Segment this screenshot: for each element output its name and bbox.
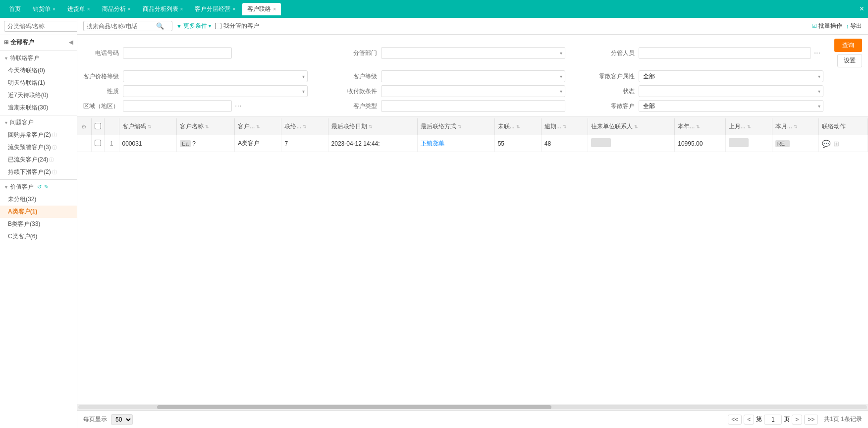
col-last-date[interactable]: 最后联络日期 ⇅ <box>328 118 417 135</box>
row-checkbox[interactable] <box>95 140 101 146</box>
sidebar-item-class-a[interactable]: A类客户(1) <box>0 206 77 218</box>
retail-customer-select[interactable]: 全部 <box>639 100 823 112</box>
col-no <box>104 118 119 135</box>
sidebar-item-class-b[interactable]: B类客户(33) <box>0 218 77 230</box>
qr-icon[interactable]: ⊞ <box>833 140 839 148</box>
sidebar-item-declining[interactable]: 持续下滑客户(2) ⓘ <box>0 166 77 178</box>
sidebar-item-7days[interactable]: 近7天待联络(0) <box>0 89 77 102</box>
col-unit-contact[interactable]: 往来单位联系人 ⇅ <box>588 118 674 135</box>
status-select-wrapper: ▾ <box>639 85 823 97</box>
nav-home[interactable]: 首页 <box>4 3 26 15</box>
value-customers-group[interactable]: ▼ 价值客户 ↺ ✎ <box>0 181 77 193</box>
batch-op-btn[interactable]: ☑ 批量操作 <box>812 22 842 30</box>
chat-icon[interactable]: 💬 <box>822 140 830 148</box>
nav-sales-close[interactable]: × <box>53 6 55 12</box>
col-code[interactable]: 客户编码 ⇅ <box>119 118 177 135</box>
staff-input[interactable] <box>639 47 811 59</box>
nav-purchase[interactable]: 进货单 × <box>62 3 95 15</box>
sidebar-item-abnormal[interactable]: 回购异常客户(2) ⓘ <box>0 129 77 141</box>
page-number-input[interactable] <box>764 415 782 425</box>
dept-select[interactable] <box>381 47 566 59</box>
col-no-contact[interactable]: 未联... ⇅ <box>494 118 541 135</box>
status-select[interactable] <box>639 85 823 97</box>
sidebar-item-overdue[interactable]: 逾期未联络(30) <box>0 102 77 114</box>
col-contact-count[interactable]: 联络... ⇅ <box>281 118 328 135</box>
nav-product-analysis[interactable]: 商品分析 × <box>97 3 136 15</box>
nav-product-analysis-list[interactable]: 商品分析列表 × <box>138 3 188 15</box>
scrollbar-track[interactable] <box>78 405 867 409</box>
staff-label: 分管人员 <box>599 49 639 57</box>
export-btn[interactable]: ↑ 导出 <box>846 22 863 30</box>
col-this-month[interactable]: 本月... ⇅ <box>772 118 818 135</box>
sidebar-search-input[interactable] <box>4 21 77 32</box>
scrollbar-thumb[interactable] <box>157 405 551 409</box>
retail-attr-select[interactable]: 全部 <box>639 70 823 82</box>
nav-product-analysis-close[interactable]: × <box>128 6 131 12</box>
nature-select[interactable] <box>123 85 308 97</box>
content-area: 🔍 ▼ 更多条件 ▾ 我分管的客户 ☑ 批量操作 ↑ 导出 <box>77 18 868 428</box>
col-checkbox-header[interactable] <box>91 118 104 135</box>
sidebar-item-churned[interactable]: 已流失客户(24) ⓘ <box>0 154 77 166</box>
nav-sales[interactable]: 销货单 × <box>28 3 60 15</box>
price-level-select[interactable] <box>123 70 308 82</box>
nav-customer-contact-close[interactable]: × <box>273 6 276 12</box>
last-page-btn[interactable]: >> <box>804 415 818 425</box>
refresh-icon[interactable]: ↺ <box>37 184 42 190</box>
select-all-checkbox[interactable] <box>95 123 101 129</box>
col-this-year[interactable]: 本年... ⇅ <box>675 118 725 135</box>
nav-product-analysis-list-close[interactable]: × <box>180 6 183 12</box>
prev-page-btn[interactable]: < <box>744 415 754 425</box>
settings-button[interactable]: 设置 <box>837 54 862 67</box>
page-size-select[interactable]: 50 <box>111 414 133 425</box>
sort-icon-code: ⇅ <box>148 124 152 129</box>
col-last-method[interactable]: 最后联络方式 ⇅ <box>417 118 494 135</box>
col-type[interactable]: 客户... ⇅ <box>235 118 281 135</box>
nav-customer-contact[interactable]: 客户联络 × <box>242 3 281 15</box>
nature-select-wrapper: ▾ <box>123 85 308 97</box>
staff-more-btn[interactable]: ··· <box>811 49 823 57</box>
pending-contact-group[interactable]: ▼ 待联络客户 <box>0 52 77 64</box>
phone-input[interactable] <box>123 47 232 59</box>
filter-search-icon[interactable]: 🔍 <box>156 22 164 30</box>
info-icon2: ⓘ <box>52 144 57 151</box>
my-customers-checkbox[interactable] <box>215 23 221 29</box>
close-all-tabs[interactable]: × <box>860 4 864 13</box>
col-last-month[interactable]: 上月... ⇅ <box>725 118 772 135</box>
region-input[interactable] <box>123 100 232 112</box>
edit-icon[interactable]: ✎ <box>44 184 49 190</box>
nav-customer-tier-close[interactable]: × <box>232 6 235 12</box>
problem-customers-group[interactable]: ▼ 问题客户 <box>0 116 77 129</box>
col-gear[interactable]: ⚙ <box>77 118 91 135</box>
filter-search-input[interactable] <box>87 23 156 30</box>
region-label: 区域（地区） <box>83 102 123 110</box>
row-last-method[interactable]: 下销货单 <box>417 135 494 152</box>
horizontal-scrollbar[interactable] <box>77 404 868 410</box>
settings-icon[interactable]: ⚙ <box>81 123 87 130</box>
filter-row-1: 电话号码 分管部门 ▾ 分管人员 <box>83 39 862 67</box>
sidebar-item-tomorrow[interactable]: 明天待联络(1) <box>0 77 77 89</box>
region-more-btn[interactable]: ··· <box>232 102 244 110</box>
top-navigation: 首页 销货单 × 进货单 × 商品分析 × 商品分析列表 × 客户分层经营 × … <box>0 0 868 18</box>
next-page-btn[interactable]: > <box>792 415 802 425</box>
col-overdue[interactable]: 逾期... ⇅ <box>541 118 588 135</box>
payment-select[interactable] <box>381 85 566 97</box>
sidebar-item-ungrouped[interactable]: 未分组(32) <box>0 193 77 206</box>
sidebar-item-today[interactable]: 今天待联络(0) <box>0 64 77 77</box>
filter-retail-customer: 零散客户 全部 ▾ <box>599 100 823 112</box>
customer-level-select[interactable] <box>381 70 566 82</box>
col-name[interactable]: 客户名称 ⇅ <box>177 118 235 135</box>
query-button[interactable]: 查询 <box>834 39 862 52</box>
my-customers-toggle[interactable]: 我分管的客户 <box>215 22 259 30</box>
more-conditions-btn[interactable]: ▼ 更多条件 ▾ <box>176 22 211 30</box>
nav-customer-tier[interactable]: 客户分层经营 × <box>190 3 240 15</box>
nav-purchase-close[interactable]: × <box>87 6 90 12</box>
row-name: Ea ? <box>177 135 235 152</box>
row-checkbox-cell[interactable] <box>91 135 104 152</box>
sidebar-item-class-c[interactable]: C类客户(6) <box>0 230 77 243</box>
customer-type-input[interactable] <box>381 100 566 112</box>
divider3 <box>0 179 77 180</box>
all-customers-header[interactable]: ⊞ 全部客户 ◀ <box>0 35 77 50</box>
sidebar-item-churn-warning[interactable]: 流失预警客户(3) ⓘ <box>0 141 77 154</box>
row-number: 1 <box>104 135 119 152</box>
first-page-btn[interactable]: << <box>728 415 742 425</box>
